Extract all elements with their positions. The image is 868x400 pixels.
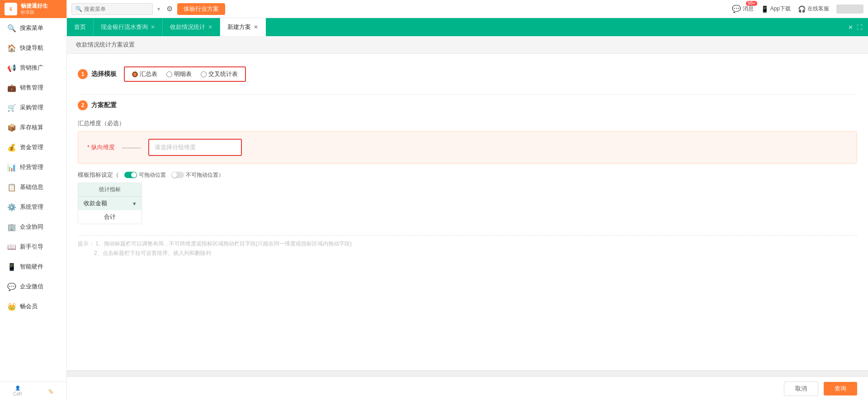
stats-table-header: 统计指标 — [78, 183, 142, 197]
non-draggable-toggle[interactable]: 不可拖动位置） — [171, 171, 224, 179]
top-header: 🔍 ▾ ⚙ 体验行业方案 💬 99+ 消息 📱 App下载 🎧 在线客服 — [67, 0, 868, 18]
cart-icon: 🛒 — [7, 104, 16, 112]
step2-label: 方案配置 — [91, 101, 117, 109]
sidebar-item-purchase[interactable]: 🛒 采购管理 — [0, 98, 66, 118]
dimension-section-title: 汇总维度（必选） — [78, 116, 857, 131]
divider1 — [78, 94, 857, 95]
close-tab-new-plan-icon[interactable]: ✕ — [254, 24, 258, 30]
logo-icon: 6 — [5, 3, 17, 15]
support-btn[interactable]: 🎧 在线客服 — [798, 5, 829, 13]
vertical-dimension-label: 纵向维度 — [87, 143, 115, 151]
step2-badge: 2 — [78, 100, 88, 110]
chevron-down-icon[interactable]: ▾ — [157, 6, 160, 12]
sidebar-logo: 6 畅捷通好生 标准版 — [0, 0, 66, 18]
metrics-header: 模板指标设定（ 可拖动位置 不可拖动位置） — [78, 171, 857, 179]
close-all-tabs-icon[interactable]: ✕ — [848, 24, 853, 31]
sidebar-item-system[interactable]: ⚙️ 系统管理 — [0, 197, 66, 217]
sidebar-item-inventory[interactable]: 📦 库存核算 — [0, 118, 66, 137]
radio-detail-input[interactable] — [166, 71, 172, 77]
step2-header-row: 2 方案配置 — [78, 100, 857, 110]
stats-subtotal: 合计 — [78, 210, 142, 224]
query-button[interactable]: 查询 — [824, 382, 857, 395]
user-avatar[interactable] — [836, 5, 863, 14]
sidebar-item-guide[interactable]: 📖 新手引导 — [0, 237, 66, 257]
settings-icon[interactable]: ⚙ — [166, 5, 173, 13]
sidebar-item-hardware[interactable]: 📱 智能硬件 — [0, 257, 66, 277]
home-icon: 🏠 — [7, 44, 16, 52]
search-icon: 🔍 — [7, 24, 16, 33]
draggable-toggle[interactable]: 可拖动位置 — [124, 171, 166, 179]
sidebar-item-finance[interactable]: 💰 资金管理 — [0, 137, 66, 157]
form-section: 1 选择模板 汇总表 明细表 交叉统计表 — [67, 54, 868, 370]
crown-icon: 👑 — [7, 302, 16, 311]
sidebar-item-marketing[interactable]: 📢 营销推广 — [0, 58, 66, 78]
tab-payment-stats[interactable]: 收款情况统计 ✕ — [163, 18, 220, 36]
header-right: 💬 99+ 消息 📱 App下载 🎧 在线客服 — [732, 5, 863, 14]
search-input[interactable] — [84, 6, 138, 12]
sidebar-item-basic-info[interactable]: 📋 基础信息 — [0, 177, 66, 197]
sidebar-item-nav[interactable]: 🏠 快捷导航 — [0, 38, 66, 58]
sidebar-item-member[interactable]: 👑 畅会员 — [0, 296, 66, 316]
step1-label: 选择模板 — [91, 70, 117, 78]
close-tab-payment-icon[interactable]: ✕ — [208, 24, 212, 30]
app-download-btn[interactable]: 📱 App下载 — [761, 5, 791, 13]
stats-table: 统计指标 收款金额 ▾ 合计 — [78, 183, 142, 224]
drag-off-indicator — [171, 172, 184, 178]
radio-cross[interactable]: 交叉统计表 — [201, 70, 238, 78]
radio-cross-input[interactable] — [201, 71, 207, 77]
tab-bar: 首页 现金银行流水查询 ✕ 收款情况统计 ✕ 新建方案 ✕ ✕ ⛶ — [67, 18, 868, 36]
arrow-icon: ——— — [122, 144, 141, 151]
wechat-icon: 💬 — [7, 282, 16, 291]
dimension-row: 纵向维度 ——— 请选择分组维度 — [87, 139, 848, 156]
footer-bar: 取消 查询 — [67, 376, 868, 400]
metrics-section: 模板指标设定（ 可拖动位置 不可拖动位置） 统计指标 — [78, 171, 857, 231]
dimension-selector[interactable]: 请选择分组维度 — [148, 139, 242, 156]
radio-detail[interactable]: 明细表 — [166, 70, 192, 78]
search-bar[interactable]: 🔍 — [71, 3, 153, 15]
tab-new-plan[interactable]: 新建方案 ✕ — [220, 18, 266, 36]
tip1: 提示： 1、拖动标题栏可以调整布局，不可跨维度或指标区域拖动栏目字段(只能在同一… — [78, 240, 857, 248]
sidebar-bottom-user2[interactable]: 🏷️ — [48, 389, 53, 394]
template-options: 汇总表 明细表 交叉统计表 — [124, 66, 246, 82]
sidebar: 6 畅捷通好生 标准版 🔍 搜索菜单 🏠 快捷导航 📢 营销推广 💼 销售管理 … — [0, 0, 67, 400]
logo-text: 畅捷通好生 标准版 — [21, 3, 48, 15]
phone-icon: 📱 — [7, 263, 16, 271]
step1-row: 1 选择模板 汇总表 明细表 交叉统计表 — [78, 63, 857, 85]
megaphone-icon: 📢 — [7, 64, 16, 72]
messages-btn[interactable]: 💬 99+ 消息 — [732, 5, 754, 13]
sidebar-item-search[interactable]: 🔍 搜索菜单 — [0, 18, 66, 38]
box-icon: 📦 — [7, 123, 16, 132]
tab-bank-flow[interactable]: 现金银行流水查询 ✕ — [94, 18, 163, 36]
radio-summary[interactable]: 汇总表 — [132, 70, 157, 78]
tip2: 2、点击标题栏下拉可设置排序、插入列和删除列 — [78, 249, 857, 257]
book-icon: 📖 — [7, 243, 16, 251]
chart-icon: 📊 — [7, 163, 16, 172]
step1-badge: 1 — [78, 69, 88, 79]
metrics-title-text: 模板指标设定（ — [78, 171, 119, 179]
list-icon: 📋 — [7, 183, 16, 192]
stats-cell-amount[interactable]: 收款金额 ▾ — [78, 197, 142, 210]
radio-summary-input[interactable] — [132, 71, 138, 77]
dropdown-icon[interactable]: ▾ — [133, 200, 136, 207]
building-icon: 🏢 — [7, 223, 16, 231]
briefcase-icon: 💼 — [7, 84, 16, 92]
drag-on-indicator — [124, 172, 137, 178]
trial-button[interactable]: 体验行业方案 — [177, 3, 225, 15]
close-tab-bank-icon[interactable]: ✕ — [151, 24, 155, 30]
main-area: 🔍 ▾ ⚙ 体验行业方案 💬 99+ 消息 📱 App下载 🎧 在线客服 — [67, 0, 868, 400]
cancel-button[interactable]: 取消 — [784, 381, 818, 396]
gear-icon: ⚙️ — [7, 203, 16, 212]
sidebar-item-management[interactable]: 📊 经营管理 — [0, 157, 66, 177]
money-icon: 💰 — [7, 143, 16, 152]
sidebar-bottom-user1[interactable]: 👤 CaR — [13, 386, 22, 396]
sidebar-item-wechat[interactable]: 💬 企业微信 — [0, 277, 66, 296]
sidebar-item-enterprise[interactable]: 🏢 企业协同 — [0, 217, 66, 237]
sidebar-item-sales[interactable]: 💼 销售管理 — [0, 78, 66, 98]
breadcrumb: 收款情况统计方案设置 — [67, 36, 868, 54]
maximize-icon[interactable]: ⛶ — [857, 24, 863, 31]
step2-section: 2 方案配置 汇总维度（必选） 纵向维度 ——— 请选择分组维度 — [78, 100, 857, 264]
dimension-area: 纵向维度 ——— 请选择分组维度 — [78, 131, 857, 164]
tips-section: 提示： 1、拖动标题栏可以调整布局，不可跨维度或指标区域拖动栏目字段(只能在同一… — [78, 235, 857, 264]
tab-home[interactable]: 首页 — [67, 18, 94, 36]
page-content: 收款情况统计方案设置 1 选择模板 汇总表 明细表 — [67, 36, 868, 376]
